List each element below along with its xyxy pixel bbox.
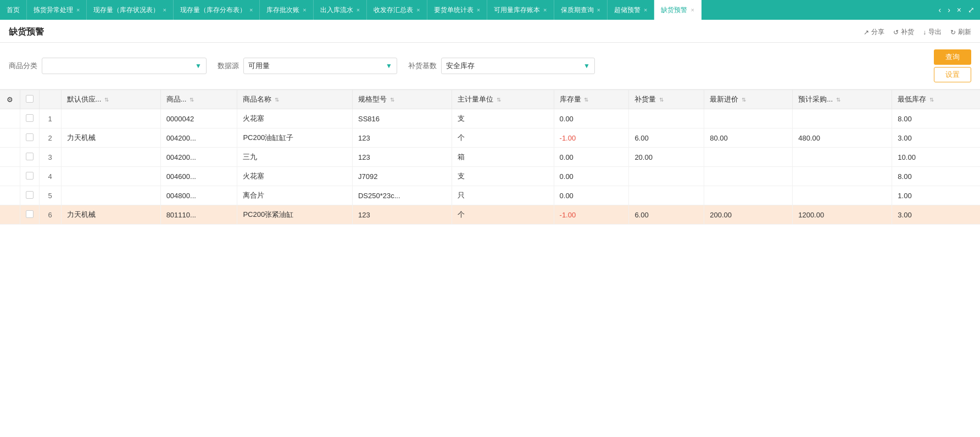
- category-select[interactable]: ▼: [42, 58, 207, 74]
- tab-close-inout-flow[interactable]: ×: [357, 7, 360, 13]
- tab-inout-flow[interactable]: 出入库流水 ×: [314, 0, 367, 20]
- col-stock[interactable]: 库存量 ⇅: [554, 90, 629, 109]
- row-checkbox-cell[interactable]: [20, 128, 39, 148]
- row-checkbox-cell[interactable]: [20, 148, 39, 167]
- row-no: 3: [39, 148, 61, 167]
- col-latest-price[interactable]: 最新进价 ⇅: [704, 90, 793, 109]
- tab-inventory-status[interactable]: 现存量（库存状况表） ×: [87, 0, 173, 20]
- tab-available-ledger[interactable]: 可用量库存账本 ×: [487, 0, 554, 20]
- export-action[interactable]: ↓ 导出: [923, 27, 942, 37]
- datasource-select[interactable]: 可用量 ▼: [243, 58, 397, 74]
- row-settings-cell: [0, 205, 20, 225]
- row-unit: 个: [452, 205, 554, 225]
- tab-close-expiry-query[interactable]: ×: [597, 7, 600, 13]
- row-latest-price: [704, 186, 793, 205]
- row-latest-price: [704, 167, 793, 186]
- table-row: 1 0000042 火花塞 SS816 支 0.00 8.00: [0, 109, 980, 128]
- row-checkbox[interactable]: [26, 153, 34, 160]
- col-checkbox[interactable]: [20, 90, 39, 109]
- tab-close-overstock[interactable]: ×: [644, 7, 647, 13]
- tab-close-inventory-dist[interactable]: ×: [249, 7, 253, 13]
- col-spec[interactable]: 规格型号 ⇅: [352, 90, 452, 109]
- row-spec: 123: [352, 148, 452, 167]
- tab-home[interactable]: 首页: [0, 0, 27, 20]
- table-container: ⚙ 默认供应... ⇅ 商品... ⇅ 商品名称: [0, 89, 980, 225]
- tab-close-receipt-summary[interactable]: ×: [416, 7, 420, 13]
- tab-close-inventory-status[interactable]: ×: [163, 7, 166, 13]
- table-row: 2 力天机械 004200... PC200油缸缸子 123 个 -1.00 6…: [0, 128, 980, 148]
- row-unit: 支: [452, 109, 554, 128]
- row-supplier: [61, 167, 160, 186]
- gear-icon: ⚙: [7, 96, 13, 104]
- row-checkbox[interactable]: [26, 133, 34, 141]
- replenish-basis-select[interactable]: 安全库存 ▼: [441, 58, 595, 74]
- table-header-row: ⚙ 默认供应... ⇅ 商品... ⇅ 商品名称: [0, 90, 980, 109]
- row-unit: 只: [452, 186, 554, 205]
- tab-close-abnormal[interactable]: ×: [76, 7, 80, 13]
- row-replenish: [629, 109, 704, 128]
- row-product-name: 离合片: [237, 186, 353, 205]
- row-checkbox[interactable]: [26, 210, 34, 218]
- row-product-name: PC200张紧油缸: [237, 205, 353, 225]
- replenish-icon: ↺: [893, 29, 899, 36]
- tab-close-shortage[interactable]: ×: [691, 7, 694, 13]
- row-no: 5: [39, 186, 61, 205]
- col-replenish[interactable]: 补货量 ⇅: [629, 90, 704, 109]
- row-estimated-purchase: [793, 109, 892, 128]
- tab-close-batch-account[interactable]: ×: [303, 7, 306, 13]
- share-action[interactable]: ↗ 分享: [864, 27, 884, 37]
- row-no: 1: [39, 109, 61, 128]
- row-checkbox[interactable]: [26, 114, 34, 122]
- datasource-filter-group: 数据源 可用量 ▼: [218, 58, 397, 74]
- tab-inventory-dist[interactable]: 现存量（库存分布表） ×: [174, 0, 260, 20]
- row-unit: 个: [452, 128, 554, 148]
- tab-shortage[interactable]: 缺货预警 ×: [654, 0, 701, 20]
- header-actions: ↗ 分享 ↺ 补货 ↓ 导出 ↻ 刷新: [864, 27, 971, 37]
- row-min-stock: 8.00: [892, 109, 980, 128]
- filter-actions: 查询 设置: [934, 49, 971, 82]
- select-all-checkbox[interactable]: [26, 95, 34, 103]
- row-checkbox[interactable]: [26, 172, 34, 180]
- row-replenish: [629, 167, 704, 186]
- tab-receipt-summary[interactable]: 收发存汇总表 ×: [367, 0, 427, 20]
- col-supplier[interactable]: 默认供应... ⇅: [61, 90, 160, 109]
- category-arrow-icon: ▼: [195, 62, 202, 70]
- query-button[interactable]: 查询: [934, 49, 971, 65]
- tab-close-available-ledger[interactable]: ×: [543, 7, 547, 13]
- table-row: 5 004800... 离合片 DS250*23c... 只 0.00 1.00: [0, 186, 980, 205]
- row-supplier: [61, 186, 160, 205]
- supplier-sort-icon: ⇅: [104, 97, 109, 103]
- tab-fullscreen-button[interactable]: ⤢: [965, 5, 978, 14]
- replenish-action[interactable]: ↺ 补货: [893, 27, 914, 37]
- settings-button[interactable]: 设置: [934, 67, 971, 82]
- tab-next-button[interactable]: ›: [944, 5, 954, 14]
- tab-overstock[interactable]: 超储预警 ×: [608, 0, 654, 20]
- row-spec: DS250*23c...: [352, 186, 452, 205]
- col-estimated-purchase[interactable]: 预计采购... ⇅: [793, 90, 892, 109]
- row-settings-cell: [0, 186, 20, 205]
- row-checkbox-cell[interactable]: [20, 167, 39, 186]
- refresh-action[interactable]: ↻ 刷新: [950, 27, 971, 37]
- tab-expiry-query[interactable]: 保质期查询 ×: [554, 0, 608, 20]
- col-settings[interactable]: ⚙: [0, 90, 20, 109]
- tab-order-stats[interactable]: 要货单统计表 ×: [427, 0, 487, 20]
- tab-abnormal[interactable]: 拣货异常处理 ×: [27, 0, 87, 20]
- tab-closeall-button[interactable]: ×: [954, 5, 965, 14]
- row-product-name: 火花塞: [237, 167, 353, 186]
- row-checkbox[interactable]: [26, 191, 34, 199]
- row-min-stock: 3.00: [892, 205, 980, 225]
- col-unit[interactable]: 主计量单位 ⇅: [452, 90, 554, 109]
- col-product-name[interactable]: 商品名称 ⇅: [237, 90, 353, 109]
- col-product-code[interactable]: 商品... ⇅: [160, 90, 237, 109]
- replenish-basis-label: 补货基数: [408, 61, 437, 71]
- row-product-code: 004200...: [160, 148, 237, 167]
- row-product-code: 004600...: [160, 167, 237, 186]
- col-min-stock[interactable]: 最低库存 ⇅: [892, 90, 980, 109]
- tab-batch-account[interactable]: 库存批次账 ×: [260, 0, 313, 20]
- tab-close-order-stats[interactable]: ×: [477, 7, 480, 13]
- row-checkbox-cell[interactable]: [20, 205, 39, 225]
- row-checkbox-cell[interactable]: [20, 186, 39, 205]
- row-stock: 0.00: [554, 186, 629, 205]
- row-checkbox-cell[interactable]: [20, 109, 39, 128]
- tab-prev-button[interactable]: ‹: [935, 5, 944, 14]
